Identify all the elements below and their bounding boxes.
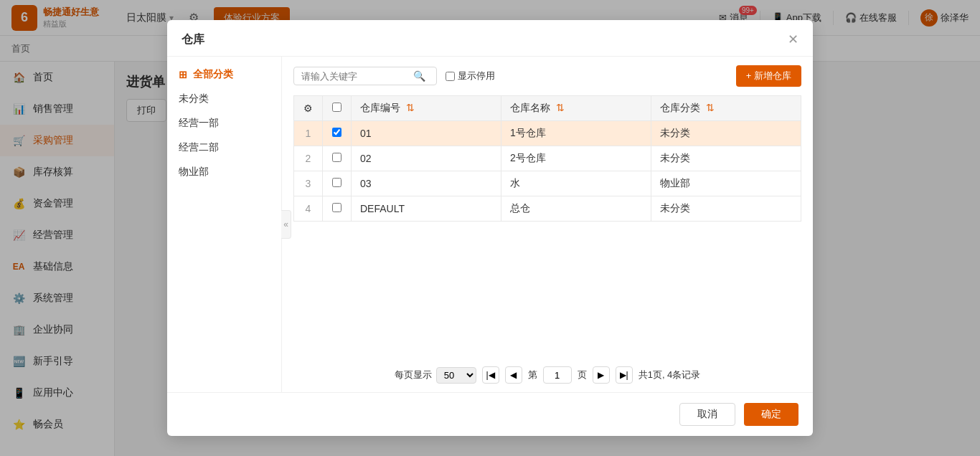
row-category: 物业部 (651, 171, 801, 196)
cat-item-unclassified[interactable]: 未分类 (167, 87, 281, 111)
first-page-button[interactable]: |◀ (482, 366, 499, 384)
cat-item-all[interactable]: ⊞ 全部分类 (167, 62, 281, 87)
cat-collapse-button[interactable]: « (281, 210, 291, 239)
page-number-input[interactable] (543, 366, 572, 384)
warehouse-modal: 仓库 ✕ ⊞ 全部分类 未分类 经营一部 经营二部 (167, 20, 813, 436)
row-name: 1号仓库 (501, 121, 651, 146)
last-page-button[interactable]: ▶| (616, 366, 633, 384)
data-table: ⚙ 仓库编号 ⇅ 仓库名称 ⇅ (293, 95, 801, 358)
show-disabled-toggle[interactable]: 显示停用 (446, 70, 495, 82)
table-row[interactable]: 3 03 水 物业部 (294, 171, 801, 196)
pagination: 每页显示 50 100 200 |◀ ◀ 第 页 ▶ ▶| 共1页, 4条记录 (282, 358, 813, 392)
sort-code-icon: ⇅ (406, 102, 415, 113)
col-code[interactable]: 仓库编号 ⇅ (352, 96, 501, 121)
modal-header: 仓库 ✕ (167, 20, 813, 57)
grid-icon: ⊞ (179, 69, 187, 80)
modal-title: 仓库 (182, 32, 204, 47)
search-icon: 🔍 (413, 70, 425, 82)
row-code: 01 (352, 121, 501, 146)
col-check (323, 96, 352, 121)
row-number: 4 (294, 196, 323, 222)
prev-page-button[interactable]: ◀ (505, 366, 522, 384)
select-all-checkbox[interactable] (332, 103, 341, 112)
table-area: 🔍 显示停用 + 新增仓库 ⚙ (282, 57, 813, 392)
row-check (323, 171, 352, 196)
row-code: 03 (352, 171, 501, 196)
per-page-select[interactable]: 50 100 200 (436, 367, 476, 384)
row-name: 水 (501, 171, 651, 196)
row-check (323, 196, 352, 222)
confirm-button[interactable]: 确定 (744, 403, 798, 426)
row-category: 未分类 (651, 196, 801, 222)
cancel-button[interactable]: 取消 (679, 403, 735, 426)
row-category: 未分类 (651, 121, 801, 146)
row-name: 2号仓库 (501, 146, 651, 171)
row-check (323, 121, 352, 146)
table-row[interactable]: 1 01 1号仓库 未分类 (294, 121, 801, 146)
row-number: 1 (294, 121, 323, 146)
show-disabled-checkbox[interactable] (446, 72, 455, 81)
row-name: 总仓 (501, 196, 651, 222)
row-number: 3 (294, 171, 323, 196)
sort-name-icon: ⇅ (556, 102, 565, 113)
row-number: 2 (294, 146, 323, 171)
row-code: 02 (352, 146, 501, 171)
row-code: DEFAULT (352, 196, 501, 222)
row-check (323, 146, 352, 171)
sort-cat-icon: ⇅ (706, 102, 715, 113)
modal-overlay: 仓库 ✕ ⊞ 全部分类 未分类 经营一部 经营二部 (0, 0, 980, 456)
cat-item-ops1[interactable]: 经营一部 (167, 111, 281, 136)
table-toolbar: 🔍 显示停用 + 新增仓库 (282, 57, 813, 95)
modal-close-button[interactable]: ✕ (788, 32, 798, 47)
table-toolbar-left: 🔍 显示停用 (293, 67, 495, 85)
search-input[interactable] (301, 71, 409, 82)
search-box: 🔍 (293, 67, 437, 85)
modal-footer: 取消 确定 (167, 392, 813, 436)
row-checkbox[interactable] (332, 153, 341, 162)
add-warehouse-button[interactable]: + 新增仓库 (736, 65, 801, 87)
table-row[interactable]: 2 02 2号仓库 未分类 (294, 146, 801, 171)
per-page-area: 每页显示 50 100 200 (395, 367, 476, 384)
warehouse-table: ⚙ 仓库编号 ⇅ 仓库名称 ⇅ (293, 95, 801, 222)
row-category: 未分类 (651, 146, 801, 171)
modal-body: ⊞ 全部分类 未分类 经营一部 经营二部 物业部 « (167, 57, 813, 392)
cat-item-property[interactable]: 物业部 (167, 160, 281, 184)
row-checkbox[interactable] (332, 203, 341, 212)
col-settings: ⚙ (294, 96, 323, 121)
col-name[interactable]: 仓库名称 ⇅ (501, 96, 651, 121)
col-category[interactable]: 仓库分类 ⇅ (651, 96, 801, 121)
row-checkbox[interactable] (332, 128, 341, 137)
next-page-button[interactable]: ▶ (593, 366, 610, 384)
cat-item-ops2[interactable]: 经营二部 (167, 136, 281, 160)
category-sidebar: ⊞ 全部分类 未分类 经营一部 经营二部 物业部 « (167, 57, 282, 392)
row-checkbox[interactable] (332, 178, 341, 187)
table-row[interactable]: 4 DEFAULT 总仓 未分类 (294, 196, 801, 222)
